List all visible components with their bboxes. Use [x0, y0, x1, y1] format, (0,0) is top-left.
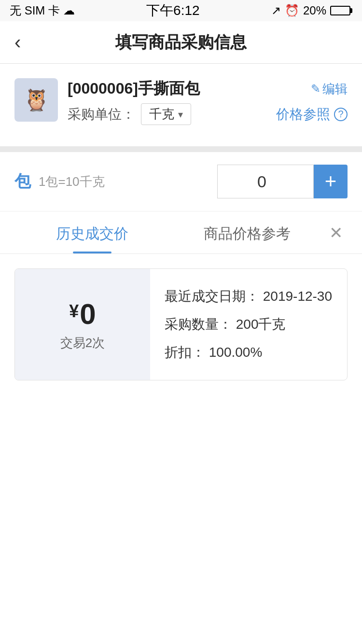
price-summary: ¥ 0 交易2次 — [15, 269, 150, 380]
unit-value: 千克 — [149, 106, 174, 123]
product-name-row: [0000006]手撕面包 ✎ 编辑 — [68, 78, 348, 99]
quantity-value: 200千克 — [236, 317, 286, 332]
tabs-section: 历史成交价 商品价格参考 ✕ ¥ 0 交易2次 最近成交日期： 2019-12-… — [0, 211, 362, 395]
page-title: 填写商品采购信息 — [115, 31, 247, 54]
sim-status: 无 SIM 卡 ☁ — [10, 3, 75, 18]
bag-conversion: 1包=10千克 — [39, 173, 105, 190]
purchase-quantity-row: 采购数量： 200千克 — [165, 314, 333, 335]
battery-percent: 20% — [303, 4, 326, 17]
discount-value: 100.00% — [209, 345, 263, 360]
back-button[interactable]: ‹ — [14, 31, 30, 53]
status-bar: 无 SIM 卡 ☁ 下午6:12 ↗ ⏰ 20% — [0, 0, 362, 21]
edit-label: 编辑 — [322, 81, 348, 98]
product-name: [0000006]手撕面包 — [68, 78, 200, 99]
unit-info: 包 1包=10千克 — [14, 170, 105, 193]
tab-product-price-ref[interactable]: 商品价格参考 — [169, 211, 324, 253]
unit-row: 采购单位： 千克 ▾ 价格参照 ? — [68, 103, 348, 125]
price-value: 0 — [80, 297, 96, 331]
currency-symbol: ¥ — [69, 301, 79, 322]
quantity-label: 采购数量： — [165, 317, 232, 332]
edit-icon: ✎ — [311, 82, 320, 96]
nav-bar: ‹ 填写商品采购信息 — [0, 21, 362, 64]
recent-date-value: 2019-12-30 — [263, 289, 332, 304]
transaction-count: 交易2次 — [60, 335, 105, 351]
product-info: [0000006]手撕面包 ✎ 编辑 采购单位： 千克 ▾ 价格参照 ? — [68, 78, 348, 125]
recent-date-label: 最近成交日期： — [165, 289, 259, 304]
unit-select-dropdown[interactable]: 千克 ▾ — [141, 103, 191, 125]
price-details: 最近成交日期： 2019-12-30 采购数量： 200千克 折扣： 100.0… — [150, 269, 347, 380]
dropdown-arrow-icon: ▾ — [178, 109, 183, 120]
quantity-input-group: + — [217, 165, 348, 198]
bag-label: 包 — [14, 170, 31, 193]
product-header: 🦉 [0000006]手撕面包 ✎ 编辑 采购单位： 千克 ▾ — [14, 78, 348, 125]
section-divider — [0, 146, 362, 152]
price-reference-button[interactable]: 价格参照 ? — [276, 105, 348, 124]
price-card: ¥ 0 交易2次 最近成交日期： 2019-12-30 采购数量： 200千克 … — [14, 268, 348, 380]
discount-row: 折扣： 100.00% — [165, 342, 333, 363]
info-icon: ? — [334, 108, 348, 121]
product-logo-icon: 🦉 — [23, 87, 50, 112]
product-image: 🦉 — [14, 78, 58, 122]
recent-date-row: 最近成交日期： 2019-12-30 — [165, 286, 333, 307]
status-time: 下午6:12 — [146, 1, 200, 20]
edit-button[interactable]: ✎ 编辑 — [311, 81, 348, 98]
unit-text: 采购单位： — [68, 105, 135, 124]
status-left: 无 SIM 卡 ☁ — [10, 3, 75, 18]
quantity-input[interactable] — [217, 165, 314, 198]
discount-label: 折扣： — [165, 345, 205, 360]
product-thumbnail: 🦉 — [19, 83, 53, 117]
quantity-row: 包 1包=10千克 + — [0, 152, 362, 211]
quantity-plus-button[interactable]: + — [314, 165, 348, 198]
unit-label: 采购单位： 千克 ▾ — [68, 103, 191, 125]
tabs-header: 历史成交价 商品价格参考 ✕ — [0, 211, 362, 254]
tab-history-price[interactable]: 历史成交价 — [14, 211, 169, 253]
product-section: 🦉 [0000006]手撕面包 ✎ 编辑 采购单位： 千克 ▾ — [0, 64, 362, 146]
battery-icon — [330, 6, 352, 15]
tabs-close-button[interactable]: ✕ — [324, 218, 348, 247]
alarm-icon: ⏰ — [285, 4, 299, 17]
location-icon: ↗ — [271, 4, 281, 17]
price-ref-label: 价格参照 — [276, 105, 330, 124]
empty-content-area — [0, 395, 362, 644]
price-amount: ¥ 0 — [69, 297, 96, 331]
status-right: ↗ ⏰ 20% — [271, 4, 352, 17]
history-price-content: ¥ 0 交易2次 最近成交日期： 2019-12-30 采购数量： 200千克 … — [0, 254, 362, 395]
